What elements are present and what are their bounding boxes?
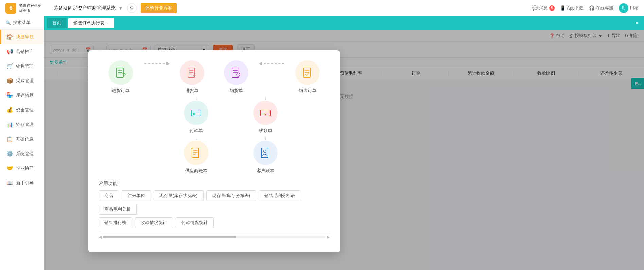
scrollbar-track[interactable] [103, 236, 325, 238]
func-btn-inventory-dist[interactable]: 现存量(库存分布表) [206, 190, 256, 201]
settings-button[interactable]: ⚙ [127, 3, 137, 13]
message-icon: 💬 [532, 5, 538, 11]
supplier-ledger-icon [184, 141, 208, 165]
sales-bill-label: 销货单 [230, 88, 243, 94]
app-download-button[interactable]: 📱 App下载 [560, 5, 584, 11]
search-menu[interactable]: 🔍 搜索菜单 [0, 16, 44, 30]
receipt-icon: ¥ [253, 101, 278, 125]
func-btn-counterparty[interactable]: 往来单位 [122, 190, 151, 201]
tab-sales-order[interactable]: 销售订单执行表 × [68, 18, 114, 28]
enterprise-icon: 🤝 [6, 165, 13, 172]
sidebar-item-marketing[interactable]: 📢 营销推广 [0, 44, 44, 59]
func-btn-receipt-stats[interactable]: 收款情况统计 [135, 217, 173, 228]
svg-point-11 [237, 73, 240, 76]
func-btn-payment-stats[interactable]: 付款情况统计 [176, 217, 214, 228]
scroll-right-button[interactable]: ▶ [327, 235, 330, 239]
purchase-order-label: 进货订单 [112, 88, 129, 94]
sidebar-item-inventory[interactable]: 🏪 库存核算 [0, 88, 44, 103]
scroll-left-button[interactable]: ◀ [99, 235, 102, 239]
flow-node-payment: ↓ 付款单 [154, 95, 223, 134]
user-avatar: 用 [619, 3, 628, 13]
message-button[interactable]: 💬 消息 5 [532, 5, 555, 11]
arrow-sales-to-order: ▶ [259, 60, 285, 73]
scrollbar-row: ◀ ▶ [99, 232, 330, 242]
flow-node-purchase-order[interactable]: 进货订单 [99, 60, 143, 94]
headset-icon: 🎧 [589, 5, 594, 11]
sales-order-icon [295, 60, 320, 85]
func-btn-inventory-status[interactable]: 现存量(库存状况表) [154, 190, 204, 201]
payment-icon [184, 101, 208, 125]
svg-rect-12 [303, 68, 310, 77]
online-service-button[interactable]: 🎧 在线客服 [589, 5, 613, 11]
home-icon: 🏠 [6, 34, 13, 40]
system-icon: ⚙️ [6, 150, 13, 157]
operations-icon: 📊 [6, 121, 13, 128]
search-icon: 🔍 [5, 20, 11, 25]
flow-node-sales-bill[interactable]: 销货单 [214, 60, 259, 94]
svg-rect-0 [117, 68, 123, 77]
purchase-bill-icon [180, 60, 204, 85]
customer-ledger-icon [253, 141, 278, 165]
flow-node-sales-order[interactable]: 销售订单 [285, 60, 330, 94]
tab-bar-close-button[interactable]: × [632, 20, 641, 27]
func-buttons: 商品 往来单位 现存量(库存状况表) 现存量(库存分布表) 销售毛利分析表 商品… [99, 190, 330, 215]
dropdown-icon[interactable]: ▼ [118, 5, 123, 11]
payment-label: 付款单 [190, 128, 203, 134]
inventory-icon: 🏪 [6, 92, 13, 98]
tab-bar: 首页 销售订单执行表 × × [44, 16, 644, 30]
svg-point-26 [263, 150, 266, 153]
sidebar-item-enterprise[interactable]: 🤝 企业协同 [0, 161, 44, 176]
sidebar-item-basic[interactable]: 📋 基础信息 [0, 132, 44, 146]
customer-ledger-label: 客户账本 [257, 168, 274, 174]
logo-text: 畅康通好生意 标准版 [19, 3, 41, 13]
flow-node-customer-ledger-click[interactable]: 客户账本 [238, 141, 293, 174]
flow-node-supplier-ledger-click[interactable]: 供应商账本 [169, 141, 223, 174]
sidebar-item-sales[interactable]: 🛒 销售管理 [0, 59, 44, 73]
receipt-label: 收款单 [259, 128, 272, 134]
sidebar-item-purchase[interactable]: 📦 采购管理 [0, 73, 44, 88]
flow-node-payment-click[interactable]: 付款单 [169, 101, 223, 134]
sales-icon: 🛒 [6, 63, 13, 69]
func-btn-sales-profit[interactable]: 销售毛利分析表 [259, 190, 301, 201]
sidebar-item-newbie[interactable]: 📖 新手引导 [0, 176, 44, 190]
svg-rect-8 [232, 68, 239, 77]
svg-text:¥: ¥ [264, 113, 266, 116]
common-funcs-title: 常用功能 [99, 181, 330, 187]
svg-rect-21 [192, 148, 199, 158]
tab-close-icon[interactable]: × [106, 21, 109, 25]
marketing-icon: 📢 [6, 48, 13, 55]
system-title: 装备及固定资产辅助管理系统 ▼ [54, 5, 123, 11]
flow-node-receipt: ↓ ¥ 收款单 [223, 95, 293, 134]
page-content: ❓ 帮助 🖨 按模板打印 ▼ ⬆ 导出 ↻ 刷新 [44, 30, 644, 270]
modal: 进货订单 ▶ 进货单 [88, 50, 340, 252]
sidebar-item-quick-nav[interactable]: 🏠 快捷导航 [0, 30, 44, 44]
trial-button[interactable]: 体验行业方案 [141, 3, 177, 13]
func-btn-product-profit[interactable]: 商品毛利分析 [99, 204, 137, 215]
sidebar: 🔍 搜索菜单 🏠 快捷导航 📢 营销推广 🛒 销售管理 📦 采购管理 🏪 [0, 16, 44, 270]
sidebar-item-finance[interactable]: 💰 资金管理 [0, 103, 44, 117]
top-bar: 6 畅康通好生意 标准版 装备及固定资产辅助管理系统 ▼ ⚙ 体验行业方案 💬 … [0, 0, 644, 16]
svg-rect-15 [191, 110, 201, 116]
tab-home[interactable]: 首页 [47, 18, 67, 28]
basic-icon: 📋 [6, 136, 13, 142]
main-area: 🔍 搜索菜单 🏠 快捷导航 📢 营销推广 🛒 销售管理 📦 采购管理 🏪 [0, 16, 644, 270]
message-badge: 5 [549, 5, 555, 11]
flow-node-receipt-click[interactable]: ¥ 收款单 [238, 101, 293, 134]
sidebar-item-system[interactable]: ⚙️ 系统管理 [0, 146, 44, 161]
user-menu[interactable]: 用 用友 [619, 3, 639, 13]
content-area: 首页 销售订单执行表 × × ❓ 帮助 🖨 按模板打印 [44, 16, 644, 270]
newbie-icon: 📖 [6, 180, 13, 186]
common-funcs: 常用功能 商品 往来单位 现存量(库存状况表) 现存量(库存分布表) 销售毛利分… [99, 181, 330, 228]
func-btn-product[interactable]: 商品 [99, 190, 119, 201]
scrollbar-thumb [103, 236, 236, 238]
sidebar-item-operations[interactable]: 📊 经营管理 [0, 117, 44, 132]
func-btn-sales-rank[interactable]: 销售排行榜 [99, 217, 132, 228]
purchase-icon: 📦 [6, 77, 13, 84]
purchase-bill-label: 进货单 [185, 88, 198, 94]
svg-rect-17 [193, 113, 195, 115]
flow-node-supplier-ledger: ↓ 供应商账本 [154, 135, 223, 174]
arrow-purchase-to-bill: ▶ [143, 60, 170, 73]
phone-icon: 📱 [560, 5, 565, 11]
flow-node-purchase-bill[interactable]: 进货单 [170, 60, 214, 94]
top-right: 💬 消息 5 📱 App下载 🎧 在线客服 用 用友 [532, 3, 639, 13]
